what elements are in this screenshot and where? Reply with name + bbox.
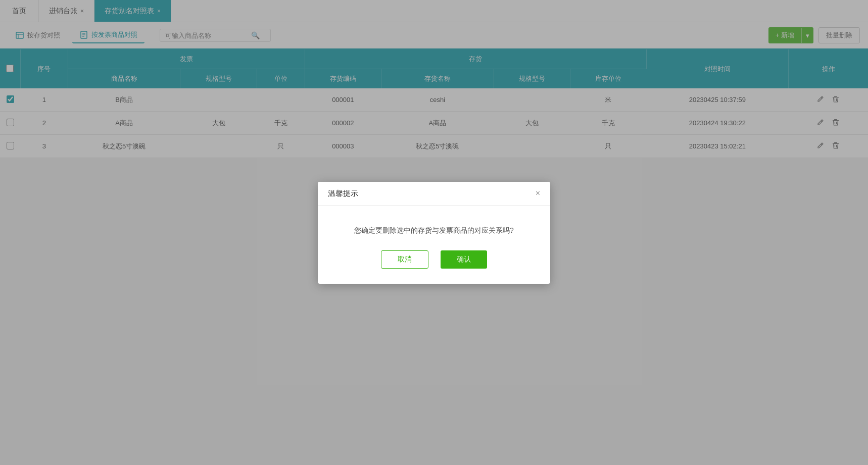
modal-overlay: 温馨提示 × 您确定要删除选中的存货与发票商品的对应关系吗? 取消 确认: [0, 0, 868, 158]
